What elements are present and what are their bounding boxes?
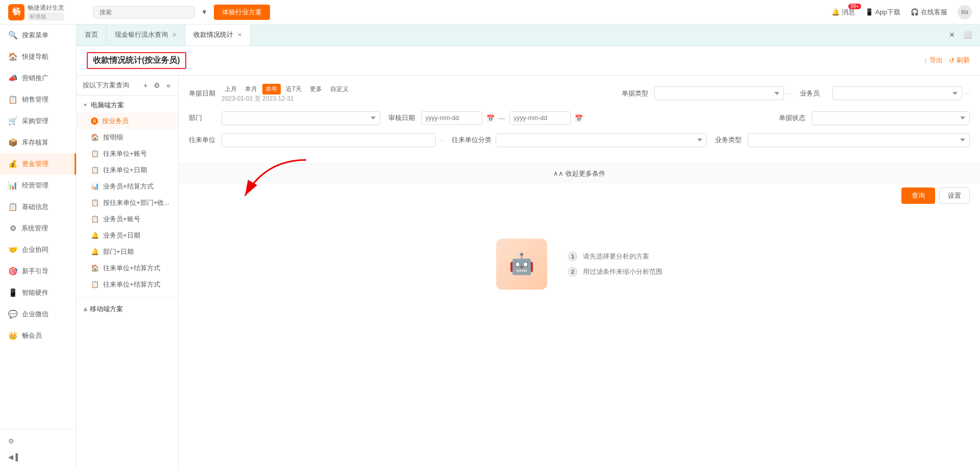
review-date-from-input[interactable]: [421, 111, 482, 125]
doc-type-more-icon[interactable]: ···: [786, 89, 792, 97]
date-range-text: 2023-01-01 至 2023-12-31: [222, 95, 352, 103]
export-label: 导出: [929, 56, 943, 65]
app-download-item[interactable]: 📱 App下载: [865, 8, 900, 17]
sidebar-item-finance[interactable]: 💰 资金管理: [0, 153, 76, 175]
sidebar-item-beginner[interactable]: 🎯 新手引导: [0, 261, 76, 282]
scheme-item-salesman-settle[interactable]: 📊 业务员+结算方式: [77, 178, 178, 195]
biz-type-select[interactable]: [748, 133, 970, 147]
main-content: 首页 现金银行流水查询 ✕ 收款情况统计 ✕ ✕ ⬜ 收款情况统计(按业务员) …: [77, 25, 980, 469]
scheme-item-dept-date[interactable]: 🔔 部门+日期: [77, 244, 178, 260]
scheme-item-unit-settle2[interactable]: 📋 往来单位+结算方式: [77, 276, 178, 293]
settings-button[interactable]: 设置: [939, 187, 970, 204]
biz-type-label: 业务类型: [715, 135, 744, 145]
online-service-item[interactable]: 🎧 在线客服: [911, 8, 947, 17]
counterpart-type-select[interactable]: [496, 133, 706, 147]
date-btn-7days[interactable]: 近7天: [283, 84, 305, 95]
export-button[interactable]: ↑ 导出: [924, 56, 943, 65]
counterpart-input[interactable]: [222, 133, 436, 147]
tab-bank-flow-close[interactable]: ✕: [172, 32, 177, 38]
scheme-item-by-detail[interactable]: 🏠 按明细: [77, 129, 178, 146]
date-btn-last-month[interactable]: 上月: [222, 84, 240, 95]
scheme-group-desktop-header[interactable]: ▼ 电脑端方案: [77, 98, 178, 113]
bell-icon: 🔔: [831, 8, 840, 16]
counterpart-more-icon[interactable]: ···: [438, 136, 444, 144]
calendar-to-icon[interactable]: 📅: [575, 114, 583, 122]
salesman-select[interactable]: [832, 86, 962, 100]
sidebar-item-smart-hw[interactable]: 📱 智能硬件: [0, 282, 76, 303]
date-btn-custom[interactable]: 自定义: [327, 84, 352, 95]
scheme-item-unit-account[interactable]: 📋 往来单位+账号: [77, 146, 178, 162]
sidebar-item-system[interactable]: ⚙ 系统管理: [0, 218, 76, 239]
sidebar-item-enterprise[interactable]: 🤝 企业协同: [0, 239, 76, 261]
sidebar-label-smart-hw: 智能硬件: [22, 288, 48, 297]
scheme-item-unit-date[interactable]: 📋 往来单位+日期: [77, 162, 178, 178]
doc-status-select[interactable]: [812, 111, 970, 125]
sidebar-item-quick-nav[interactable]: 🏠 快捷导航: [0, 46, 76, 67]
refresh-button[interactable]: ↺ 刷新: [949, 56, 970, 65]
tab-bank-flow[interactable]: 现金银行流水查询 ✕: [107, 25, 185, 45]
tab-receipt-stat[interactable]: 收款情况统计 ✕: [185, 25, 251, 45]
scheme-group-mobile-header[interactable]: ▶ 移动端方案: [77, 301, 178, 317]
sidebar-settings-item[interactable]: ⚙: [0, 433, 76, 449]
empty-steps: 1 请先选择要分析的方案 2 用过滤条件来缩小分析范围: [568, 251, 663, 277]
message-item[interactable]: 🔔 消息 99+: [831, 8, 855, 17]
tab-receipt-stat-close[interactable]: ✕: [237, 32, 242, 38]
filter-row-1: 单据日期 上月 本月 本年 近7天 更多 自定义: [189, 84, 970, 103]
scheme-item-unit-settle1[interactable]: 🏠 往来单位+结算方式: [77, 260, 178, 276]
doc-type-field: 单据类型 ···: [622, 86, 792, 100]
tab-maximize-button[interactable]: ⬜: [961, 29, 974, 41]
user-avatar[interactable]: Rit: [958, 5, 972, 19]
scheme-item-unit-dept[interactable]: 📋 按往来单位+部门+收...: [77, 195, 178, 211]
unit-settle1-icon: 🏠: [91, 264, 99, 272]
tab-close-button[interactable]: ✕: [947, 29, 957, 41]
scheme-group-desktop-label: 电脑端方案: [91, 101, 124, 110]
date-btn-more[interactable]: 更多: [307, 84, 325, 95]
guide-icon: 🎯: [8, 267, 18, 276]
sidebar-item-sales[interactable]: 📋 销售管理: [0, 89, 76, 110]
sidebar-collapse-item[interactable]: ◀▐: [0, 449, 76, 465]
tab-home[interactable]: 首页: [77, 25, 107, 45]
trial-button[interactable]: 体验行业方案: [214, 5, 270, 20]
review-date-label: 审核日期: [388, 113, 417, 123]
megaphone-icon: 📣: [8, 74, 18, 83]
sidebar-item-search[interactable]: 🔍 搜索菜单: [0, 25, 76, 46]
step-num-1: 1: [568, 251, 578, 262]
phone-icon: 📱: [865, 8, 873, 16]
doc-type-select[interactable]: [654, 86, 784, 100]
scheme-item-salesman-date[interactable]: 🔔 业务员+日期: [77, 227, 178, 244]
scheme-add-button[interactable]: +: [142, 81, 149, 90]
calendar-from-icon[interactable]: 📅: [486, 114, 495, 122]
page-actions: ↑ 导出 ↺ 刷新: [924, 56, 970, 65]
sidebar-bottom: ⚙ ◀▐: [0, 429, 76, 469]
scheme-group-mobile-label: 移动端方案: [90, 304, 123, 314]
query-button[interactable]: 查询: [901, 187, 935, 204]
header-dropdown-button[interactable]: ▼: [201, 8, 208, 16]
scheme-settings-button[interactable]: ⚙: [152, 81, 162, 90]
biz-type-field: 业务类型: [715, 133, 970, 147]
sidebar-item-operations[interactable]: 📊 经营管理: [0, 175, 76, 196]
sidebar-item-wechat[interactable]: 💬 企业微信: [0, 303, 76, 325]
dept-select[interactable]: [222, 111, 380, 125]
sidebar-item-basic-info[interactable]: 📋 基础信息: [0, 196, 76, 218]
logo-area: 畅 畅捷通好生意 标准版: [8, 4, 85, 21]
scheme-item-salesman-account[interactable]: 📋 业务员+账号: [77, 211, 178, 227]
single-date-field: 单据日期 上月 本月 本年 近7天 更多 自定义: [189, 84, 614, 103]
header-search-input[interactable]: [93, 6, 195, 18]
date-btn-this-month[interactable]: 本月: [242, 84, 260, 95]
collapse-label: ∧∧ 收起更多条件: [553, 169, 605, 178]
sidebar-item-member[interactable]: 👑 畅会员: [0, 325, 76, 346]
group-mobile-arrow-icon: ▶: [82, 307, 88, 311]
review-date-to-input[interactable]: [509, 111, 571, 125]
salesman-more-icon[interactable]: ···: [964, 89, 970, 97]
sidebar-item-inventory[interactable]: 📦 库存核算: [0, 132, 76, 153]
date-btn-this-year[interactable]: 本年: [262, 84, 281, 95]
scheme-item-by-salesman[interactable]: ⚙ 按业务员: [77, 113, 178, 129]
collapse-bar[interactable]: ∧∧ 收起更多条件: [179, 163, 980, 183]
sidebar-item-marketing[interactable]: 📣 营销推广: [0, 67, 76, 89]
sidebar-item-purchase[interactable]: 🛒 采购管理: [0, 110, 76, 132]
dept-date-icon: 🔔: [91, 248, 99, 255]
info-icon: 📋: [8, 202, 18, 212]
scheme-collapse-button[interactable]: «: [165, 81, 172, 90]
sidebar-label-sales: 销售管理: [22, 95, 48, 104]
scheme-item-unit-account-label: 往来单位+账号: [103, 149, 147, 158]
